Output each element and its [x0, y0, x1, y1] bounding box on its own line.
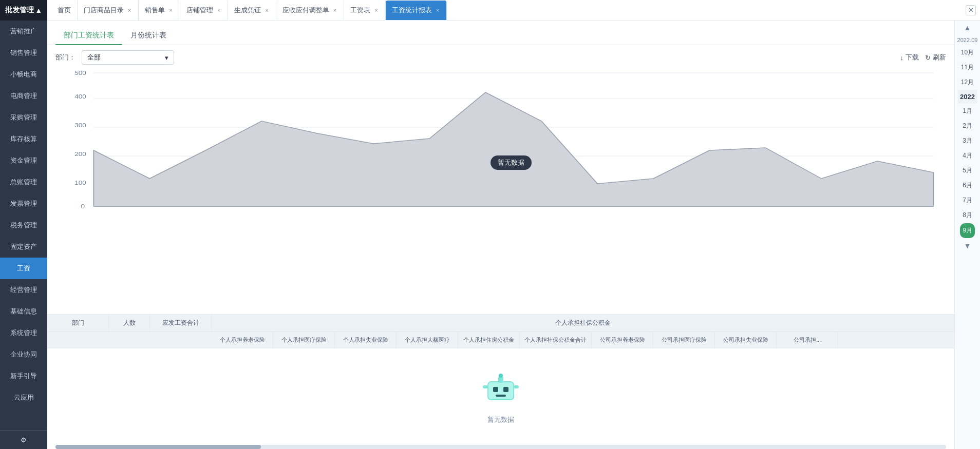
sub-tab-bar: 部门工资统计表月份统计表 [47, 21, 954, 45]
download-button[interactable]: ↓ 下载 [900, 53, 919, 62]
current-date-display: 2022.09 [955, 35, 980, 45]
sidebar-toggle-icon[interactable]: ▲ [35, 6, 42, 14]
svg-text:500: 500 [74, 70, 86, 76]
refresh-button[interactable]: ↻ 刷新 [925, 53, 946, 62]
tab-首页[interactable]: 首页 [51, 1, 78, 20]
tab-label: 应收应付调整单 [282, 6, 329, 15]
svg-text:300: 300 [74, 122, 86, 128]
empty-text: 暂无数据 [487, 415, 514, 424]
sidebar-item-新手引导[interactable]: 新手引导 [0, 365, 47, 387]
sub-tab-月份统计表[interactable]: 月份统计表 [122, 27, 175, 45]
sidebar-item-基础信息[interactable]: 基础信息 [0, 301, 47, 322]
svg-text:200: 200 [74, 151, 86, 157]
sidebar-item-系统管理[interactable]: 系统管理 [0, 322, 47, 344]
empty-state-icon [480, 369, 521, 410]
th-公司承担...: 公司承担... [777, 332, 838, 348]
year-nav-item-8月[interactable]: 8月 [958, 208, 977, 223]
th-公司承担养老保险: 公司承担养老保险 [592, 332, 653, 348]
download-icon: ↓ [900, 54, 904, 62]
nav-up-arrow[interactable]: ▲ [961, 21, 974, 35]
tab-工资表[interactable]: 工资表× [344, 1, 385, 20]
tab-close-icon[interactable]: × [216, 7, 221, 14]
sidebar-item-小畅电商[interactable]: 小畅电商 [0, 64, 47, 85]
sidebar-item-销售管理[interactable]: 销售管理 [0, 42, 47, 64]
tab-label: 销售单 [145, 6, 165, 15]
chevron-down-icon: ▾ [165, 54, 168, 62]
sidebar-item-总账管理[interactable]: 总账管理 [0, 171, 47, 193]
tab-close-icon[interactable]: × [373, 7, 379, 14]
svg-rect-15 [496, 395, 506, 397]
sidebar-header[interactable]: 批发管理 ▲ [0, 0, 47, 21]
th-personal-social: 个人承担社保公积金 [212, 315, 954, 331]
year-nav-item-6月[interactable]: 6月 [958, 178, 977, 193]
scroll-thumb[interactable] [55, 445, 261, 449]
tab-label: 工资表 [350, 6, 370, 15]
tab-close-icon[interactable]: × [264, 7, 269, 14]
sidebar-item-经营管理[interactable]: 经营管理 [0, 279, 47, 301]
year-nav-item-4月[interactable]: 4月 [958, 148, 977, 163]
chart-tooltip: 暂无数据 [491, 155, 532, 170]
year-nav-item-9月[interactable]: 9月 [960, 223, 975, 238]
year-nav-item-12月[interactable]: 12月 [958, 75, 977, 90]
tab-工资统计报表[interactable]: 工资统计报表× [386, 1, 447, 20]
close-all-button[interactable]: ✕ [966, 5, 976, 15]
tab-label: 门店商品目录 [84, 6, 124, 15]
year-nav-item-11月[interactable]: 11月 [958, 60, 977, 75]
tab-close-icon[interactable]: × [168, 7, 173, 14]
svg-rect-12 [488, 382, 514, 400]
dept-select[interactable]: 全部 ▾ [82, 50, 174, 65]
tab-label: 首页 [58, 6, 71, 15]
year-nav-item-1月[interactable]: 1月 [958, 104, 977, 119]
sidebar-item-工资[interactable]: 工资 [0, 258, 47, 279]
tab-close-icon[interactable]: × [332, 7, 337, 14]
data-table: 部门 人数 应发工资合计 个人承担社保公积金 个人承担养老保险个人承担医疗保险个… [47, 314, 954, 445]
th-dept: 部门 [47, 315, 109, 331]
tab-门店商品目录[interactable]: 门店商品目录× [78, 1, 139, 20]
gear-icon: ⚙ [21, 436, 27, 444]
action-buttons: ↓ 下载 ↻ 刷新 [900, 53, 947, 62]
th-total-salary: 应发工资合计 [150, 315, 212, 331]
tab-应收应付调整单[interactable]: 应收应付调整单× [276, 1, 344, 20]
year-nav-item-10月[interactable]: 10月 [958, 45, 977, 60]
tab-close-icon[interactable]: × [435, 7, 440, 14]
sidebar-item-库存核算[interactable]: 库存核算 [0, 128, 47, 150]
svg-point-17 [499, 374, 503, 378]
tab-bar: 首页门店商品目录×销售单×店铺管理×生成凭证×应收应付调整单×工资表×工资统计报… [47, 0, 980, 21]
nav-down-arrow[interactable]: ▼ [961, 239, 974, 253]
sidebar-item-固定资产[interactable]: 固定资产 [0, 236, 47, 258]
dept-label: 部门： [55, 53, 76, 62]
sidebar-item-采购管理[interactable]: 采购管理 [0, 107, 47, 128]
sidebar-item-企业协同[interactable]: 企业协同 [0, 344, 47, 365]
svg-rect-18 [483, 385, 488, 388]
year-nav-item-2月[interactable]: 2月 [958, 119, 977, 133]
year-nav-item-5月[interactable]: 5月 [958, 163, 977, 178]
tab-销售单[interactable]: 销售单× [139, 1, 180, 20]
chart-tooltip-text: 暂无数据 [498, 159, 524, 166]
svg-rect-13 [493, 387, 498, 392]
year-nav-item-7月[interactable]: 7月 [958, 193, 977, 208]
sidebar-item-云应用[interactable]: 云应用 [0, 387, 47, 408]
year-nav-item-3月[interactable]: 3月 [958, 133, 977, 148]
svg-text:0: 0 [81, 203, 85, 209]
dept-select-value: 全部 [87, 53, 101, 62]
sidebar-title: 批发管理 [5, 6, 34, 15]
th-个人承担医疗保险: 个人承担医疗保险 [273, 332, 335, 348]
settings-button[interactable]: ⚙ [0, 431, 47, 449]
tab-close-icon[interactable]: × [127, 7, 132, 14]
svg-rect-19 [514, 385, 519, 388]
sidebar-item-税务管理[interactable]: 税务管理 [0, 214, 47, 236]
horizontal-scrollbar[interactable] [55, 445, 946, 449]
year-nav-item-2022[interactable]: 2022 [958, 90, 977, 104]
tab-店铺管理[interactable]: 店铺管理× [180, 1, 228, 20]
tab-label: 工资统计报表 [392, 6, 432, 15]
tab-bar-end: ✕ [966, 5, 976, 15]
sidebar-item-资金管理[interactable]: 资金管理 [0, 150, 47, 171]
sidebar-item-营销推广[interactable]: 营销推广 [0, 21, 47, 42]
sidebar-item-发票管理[interactable]: 发票管理 [0, 193, 47, 214]
th-个人承担住房公积金: 个人承担住房公积金 [458, 332, 520, 348]
sub-tab-部门工资统计表[interactable]: 部门工资统计表 [55, 27, 122, 45]
th-个人承担大额医疗: 个人承担大额医疗 [397, 332, 458, 348]
sidebar-item-电商管理[interactable]: 电商管理 [0, 85, 47, 107]
tab-生成凭证[interactable]: 生成凭证× [228, 1, 276, 20]
th-个人承担失业保险: 个人承担失业保险 [335, 332, 397, 348]
